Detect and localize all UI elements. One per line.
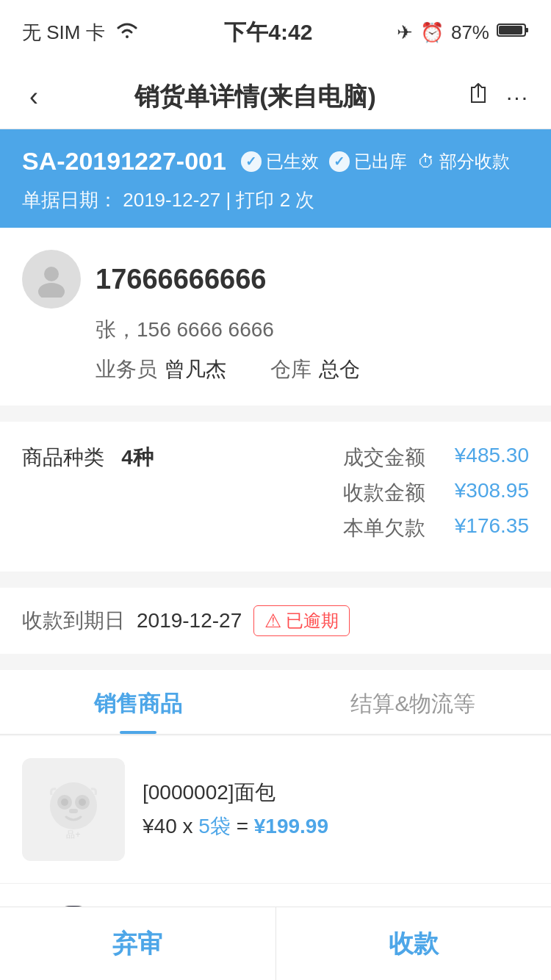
svg-text:品+: 品+ xyxy=(66,829,80,840)
warehouse: 仓库 总仓 xyxy=(270,356,360,383)
product-item: 品+ [0000002]面包 ¥40 x 5袋 = ¥199.99 xyxy=(0,736,551,884)
clock-icon: ⏱ xyxy=(417,151,435,172)
divider-1 xyxy=(0,407,551,422)
sales-label: 业务员 xyxy=(96,356,157,383)
tab-products[interactable]: 销售商品 xyxy=(0,670,276,734)
sales-name: 曾凡杰 xyxy=(165,356,226,383)
status-time: 下午4:42 xyxy=(224,18,312,48)
amount-value: ¥485.30 xyxy=(455,444,529,472)
debt-value: ¥176.35 xyxy=(455,514,529,542)
customer-section: 17666666666 张，156 6666 6666 业务员 曾凡杰 仓库 总… xyxy=(0,228,551,406)
warehouse-name: 总仓 xyxy=(319,356,360,383)
header-banner: SA-20191227-001 ✓ 已生效 ✓ 已出库 ⏱ 部分收款 单据日期：… xyxy=(0,129,551,228)
stats-section: 商品种类 4种 成交金额 ¥485.30 收款金额 ¥308.95 本单欠款 ¥… xyxy=(0,422,551,572)
divider-3 xyxy=(0,655,551,670)
avatar xyxy=(22,250,81,309)
svg-point-3 xyxy=(44,267,59,281)
type-label: 商品种类 xyxy=(22,446,104,469)
print-suffix: 次 xyxy=(295,189,314,211)
nav-actions: ··· xyxy=(465,81,529,113)
product-info-1: [0000002]面包 ¥40 x 5袋 = ¥199.99 xyxy=(143,779,529,840)
check-icon-1: ✓ xyxy=(241,151,262,172)
battery-text: 87% xyxy=(451,21,489,44)
print-label: | 打印 xyxy=(226,189,279,211)
svg-point-9 xyxy=(79,799,86,806)
type-count: 4种 xyxy=(121,446,154,469)
customer-contact: 张，156 6666 6666 xyxy=(96,316,529,344)
stats-type: 商品种类 4种 xyxy=(22,444,154,472)
alarm-icon: ⏰ xyxy=(420,21,444,44)
product-thumbnail-1: 品+ xyxy=(22,758,125,861)
date-label: 单据日期： xyxy=(22,189,118,211)
banner-row1: SA-20191227-001 ✓ 已生效 ✓ 已出库 ⏱ 部分收款 xyxy=(22,147,529,176)
warehouse-label: 仓库 xyxy=(270,356,311,383)
svg-rect-1 xyxy=(525,28,528,32)
debt-row: 本单欠款 ¥176.35 xyxy=(343,514,529,542)
price-qty-1: 5袋 xyxy=(198,815,231,837)
due-date: 2019-12-27 xyxy=(137,609,242,633)
amount-label: 成交金额 xyxy=(343,444,425,472)
customer-row: 17666666666 xyxy=(22,250,529,309)
customer-id: 17666666666 xyxy=(96,264,266,295)
check-icon-2: ✓ xyxy=(329,151,350,172)
price-eq-1: = xyxy=(237,815,254,837)
due-label: 收款到期日 xyxy=(22,607,125,635)
svg-point-8 xyxy=(61,799,68,806)
print-count: 2 xyxy=(280,189,290,211)
share-icon[interactable] xyxy=(465,81,491,113)
collect-payment-button[interactable]: 收款 xyxy=(276,907,552,980)
more-icon[interactable]: ··· xyxy=(506,84,529,109)
due-section: 收款到期日 2019-12-27 ⚠ 已逾期 xyxy=(0,588,551,654)
tabs-row: 销售商品 结算&物流等 xyxy=(0,670,551,735)
carrier-text: 无 SIM 卡 xyxy=(22,20,105,46)
banner-date-row: 单据日期： 2019-12-27 | 打印 2 次 xyxy=(22,187,529,213)
received-value: ¥308.95 xyxy=(455,479,529,507)
back-button[interactable]: ‹ xyxy=(22,74,46,120)
amount-row: 成交金额 ¥485.30 xyxy=(343,444,529,472)
svg-point-4 xyxy=(38,283,65,298)
product-price-1: ¥40 x 5袋 = ¥199.99 xyxy=(143,813,529,840)
status-badges: ✓ 已生效 ✓ 已出库 ⏱ 部分收款 xyxy=(241,150,510,173)
overdue-icon: ⚠ xyxy=(264,610,281,633)
svg-rect-10 xyxy=(69,809,78,813)
status-badge-shipped: ✓ 已出库 xyxy=(329,150,407,173)
customer-meta: 业务员 曾凡杰 仓库 总仓 xyxy=(96,356,529,383)
status-left: 无 SIM 卡 xyxy=(22,20,140,46)
received-label: 收款金额 xyxy=(343,479,425,507)
nav-bar: ‹ 销货单详情(来自电脑) ··· xyxy=(0,65,551,129)
received-row: 收款金额 ¥308.95 xyxy=(343,479,529,507)
location-icon: ✈ xyxy=(397,21,413,44)
status-bar: 无 SIM 卡 下午4:42 ✈ ⏰ 87% xyxy=(0,0,551,65)
svg-point-5 xyxy=(50,782,97,829)
status-badge-partial: ⏱ 部分收款 xyxy=(417,150,510,173)
stats-amounts: 成交金额 ¥485.30 收款金额 ¥308.95 本单欠款 ¥176.35 xyxy=(343,444,529,550)
product-name-1: [0000002]面包 xyxy=(143,779,529,807)
debt-label: 本单欠款 xyxy=(343,514,425,542)
status-right: ✈ ⏰ 87% xyxy=(397,21,529,44)
tab-underline xyxy=(120,731,156,734)
order-id: SA-20191227-001 xyxy=(22,147,226,176)
sales-person: 业务员 曾凡杰 xyxy=(96,356,226,383)
overdue-text: 已逾期 xyxy=(286,609,339,633)
page-title: 销货单详情(来自电脑) xyxy=(134,80,376,114)
price-base-1: ¥40 x xyxy=(143,815,198,837)
bottom-bar: 弃审 收款 xyxy=(0,907,551,980)
divider-2 xyxy=(0,573,551,588)
price-total-1: ¥199.99 xyxy=(254,815,328,837)
svg-rect-2 xyxy=(499,26,522,35)
tab-settlement[interactable]: 结算&物流等 xyxy=(276,670,551,734)
order-date: 2019-12-27 xyxy=(123,189,220,211)
wifi-icon xyxy=(114,21,140,45)
cancel-review-button[interactable]: 弃审 xyxy=(0,907,276,980)
status-badge-effective: ✓ 已生效 xyxy=(241,150,319,173)
overdue-badge: ⚠ 已逾期 xyxy=(253,605,350,636)
battery-icon xyxy=(497,21,529,44)
tabs-section: 销售商品 结算&物流等 xyxy=(0,670,551,735)
